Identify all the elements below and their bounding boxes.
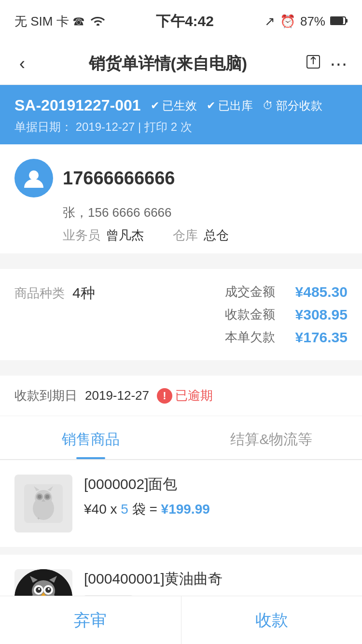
customer-meta: 业务员 曾凡杰 仓库 总仓 — [63, 227, 348, 244]
svg-rect-2 — [331, 17, 343, 24]
header-date-info: 单据日期： 2019-12-27 | 打印 2 次 — [14, 119, 348, 135]
svg-text:⁺: ⁺ — [37, 516, 40, 523]
svg-point-25 — [48, 588, 50, 590]
svg-rect-1 — [346, 19, 348, 23]
badge-partial: ⏱ 部分收款 — [263, 98, 322, 113]
location-icon: ↗ — [265, 14, 275, 29]
avatar — [14, 159, 53, 197]
product-name-2: [000400001]黄油曲奇 — [84, 569, 348, 589]
status-bar: 无 SIM 卡 ☎ 下午4:42 ↗ ⏰ 87% — [0, 0, 362, 42]
overdue-text: 已逾期 — [175, 387, 213, 404]
nav-bar: ‹ 销货单详情(来自电脑) ··· — [0, 42, 362, 85]
product-name-1: [0000002]面包 — [84, 475, 348, 494]
owed-row: 本单欠款 ¥176.35 — [225, 329, 348, 346]
warehouse-name: 总仓 — [204, 227, 229, 244]
salesperson-info: 业务员 曾凡杰 — [63, 227, 144, 244]
wifi-icon — [91, 14, 105, 29]
customer-row: 17666666666 — [14, 159, 348, 197]
status-left: 无 SIM 卡 ☎ — [14, 13, 105, 30]
order-number: SA-20191227-001 — [14, 97, 141, 114]
svg-point-22 — [36, 587, 42, 593]
overdue-icon: ! — [157, 388, 172, 404]
divider-1 — [0, 261, 362, 269]
warehouse-info: 仓库 总仓 — [173, 227, 229, 244]
page-title: 销货单详情(来自电脑) — [30, 53, 306, 75]
badge-effective: ✔ 已生效 — [151, 98, 197, 113]
back-button[interactable]: ‹ — [14, 49, 30, 79]
customer-name: 张，156 6666 6666 — [63, 204, 348, 221]
nav-actions: ··· — [306, 53, 348, 74]
header-top: SA-20191227-001 ✔ 已生效 ✔ 已出库 ⏱ 部分收款 — [14, 97, 348, 114]
status-time: 下午4:42 — [156, 12, 214, 31]
battery-percent: 87% — [300, 14, 325, 29]
stats-right: 成交金额 ¥485.30 收款金额 ¥308.95 本单欠款 ¥176.35 — [225, 283, 348, 346]
svg-point-12 — [45, 495, 49, 499]
product-item-1: ⁺ [0000002]面包 ¥40 x 5 袋 = ¥199.99 — [0, 460, 362, 547]
more-button[interactable]: ··· — [330, 53, 348, 74]
due-section: 收款到期日 2019-12-27 ! 已逾期 — [0, 376, 362, 416]
sim-status: 无 SIM 卡 ☎ — [14, 13, 85, 30]
alarm-icon: ⏰ — [280, 14, 295, 29]
received-row: 收款金额 ¥308.95 — [225, 306, 348, 323]
divider-2 — [0, 368, 362, 376]
svg-point-11 — [38, 495, 42, 499]
amount-row: 成交金额 ¥485.30 — [225, 283, 348, 300]
share-button[interactable] — [306, 55, 320, 73]
overdue-badge: ! 已逾期 — [157, 387, 213, 404]
product-info-1: [0000002]面包 ¥40 x 5 袋 = ¥199.99 — [84, 475, 348, 518]
tab-settlement[interactable]: 结算&物流等 — [181, 416, 362, 459]
svg-point-24 — [38, 588, 40, 590]
product-price-1: ¥40 x 5 袋 = ¥199.99 — [84, 500, 348, 518]
svg-point-23 — [45, 587, 51, 593]
product-thumb-1: ⁺ — [14, 475, 72, 532]
battery-icon — [330, 14, 348, 29]
bottom-bar: 弃审 收款 — [0, 596, 362, 644]
status-right: ↗ ⏰ 87% — [265, 14, 348, 29]
product-types: 商品种类 4种 — [14, 283, 225, 303]
stats-left: 商品种类 4种 — [14, 283, 225, 303]
tab-products[interactable]: 销售商品 — [0, 416, 181, 459]
stats-section: 商品种类 4种 成交金额 ¥485.30 收款金额 ¥308.95 本单欠款 ¥… — [0, 269, 362, 360]
header-band: SA-20191227-001 ✔ 已生效 ✔ 已出库 ⏱ 部分收款 单据日期：… — [0, 85, 362, 144]
collect-payment-button[interactable]: 收款 — [181, 596, 362, 644]
customer-phone: 17666666666 — [63, 168, 175, 189]
customer-section: 17666666666 张，156 6666 6666 业务员 曾凡杰 仓库 总… — [0, 144, 362, 253]
svg-point-5 — [29, 170, 39, 180]
salesperson-name: 曾凡杰 — [106, 227, 144, 244]
reject-button[interactable]: 弃审 — [0, 596, 181, 644]
badge-shipped: ✔ 已出库 — [207, 98, 253, 113]
tabs: 销售商品 结算&物流等 — [0, 416, 362, 460]
